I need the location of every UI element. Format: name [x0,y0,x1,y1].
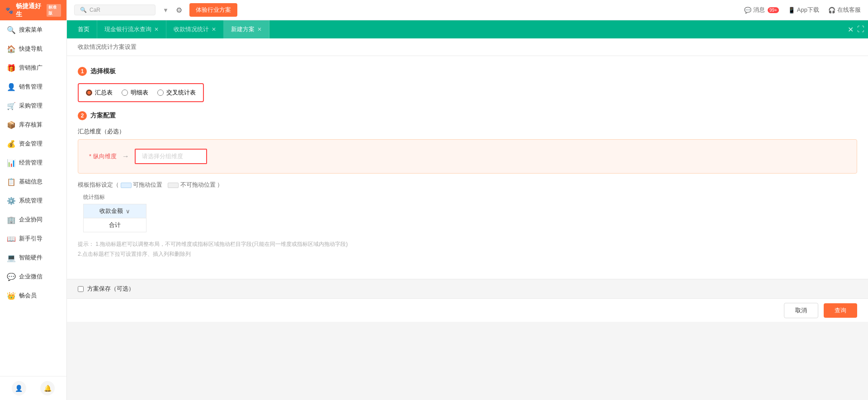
person-icon: 👤 [7,83,15,91]
topbar-gear-icon[interactable]: ⚙ [176,6,182,14]
search-icon: 🔍 [7,26,15,34]
sidebar-item-marketing[interactable]: 🎁 营销推广 [0,58,66,77]
sidebar-item-finance[interactable]: 💰 资金管理 [0,134,66,153]
metrics-table: 收款金额 ∨ 合计 [83,204,146,232]
sidebar-bottom-icon-2[interactable]: 🔔 [40,381,55,395]
tab-bank-close-icon[interactable]: ✕ [154,26,159,33]
sidebar-item-label: 库存核算 [19,121,42,129]
fixed-label: 不可拖动位置 [180,181,216,188]
sidebar-item-enterprise[interactable]: 🏢 企业协同 [0,210,66,229]
sidebar-item-guide[interactable]: 📖 新手引导 [0,229,66,248]
query-button[interactable]: 查询 [824,303,857,318]
radio-cross-input[interactable] [157,89,164,96]
sidebar-item-label: 采购管理 [19,102,42,110]
metrics-dropdown-arrow[interactable]: ∨ [126,208,130,215]
sidebar-item-label: 基础信息 [19,178,42,186]
tabbar-expand-button[interactable]: ⛶ [857,25,864,33]
tab-home-label: 首页 [78,25,90,33]
sidebar-bottom: 👤 🔔 [0,376,66,400]
radio-detail[interactable]: 明细表 [122,89,148,97]
download-button[interactable]: 📱 App下载 [788,6,819,14]
tab-home[interactable]: 首页 [71,20,97,38]
message-badge: 99+ [768,7,779,13]
draggable-indicator [121,183,132,188]
topbar-search[interactable]: 🔍 CaR [74,5,156,15]
box-icon: 📦 [7,121,15,129]
service-button[interactable]: 🎧 在线客服 [828,6,861,14]
sidebar-item-label: 畅会员 [19,292,37,300]
clipboard-icon: 📋 [7,178,15,186]
radio-summary-input[interactable] [86,89,92,96]
tip-2-text: 2.点击标题栏下拉可设置排序、插入列和删除列 [78,249,191,259]
step2-header: 2 方案配置 [78,111,857,120]
dimension-placeholder: 请选择分组维度 [142,153,183,160]
download-icon: 📱 [788,7,795,14]
save-checkbox[interactable] [78,286,84,292]
sidebar-item-quick-nav[interactable]: 🏠 快捷导航 [0,39,66,58]
tab-receipt-label: 收款情况统计 [174,25,209,33]
sidebar-item-operation[interactable]: 📊 经营管理 [0,153,66,172]
tabbar-right: ✕ ⛶ [848,25,864,34]
metrics-title-suffix: ） [217,181,223,188]
tip-line-1: 提示： 1.拖动标题栏可以调整布局，不可跨维度或指标区域拖动栏目字段(只能在同一… [78,240,857,249]
sidebar: 🐾 畅捷通好生 标准版 🔍 搜索菜单 🏠 快捷导航 🎁 营销推广 👤 销售管理 … [0,0,67,400]
radio-detail-input[interactable] [122,89,128,96]
radio-detail-label: 明细表 [131,89,148,97]
sidebar-item-inventory[interactable]: 📦 库存核算 [0,115,66,134]
logo-icon: 🐾 [5,7,13,14]
trial-button[interactable]: 体验行业方案 [189,3,237,17]
sidebar-item-wechat[interactable]: 💬 企业微信 [0,267,66,286]
page-header: 收款情况统计方案设置 [67,38,868,56]
topbar-dropdown-arrow[interactable]: ▼ [163,7,169,14]
sidebar-item-label: 经营管理 [19,159,42,167]
metrics-table-wrapper: 统计指标 收款金额 ∨ 合计 [78,193,857,232]
radio-cross[interactable]: 交叉统计表 [157,89,196,97]
sidebar-bottom-icon-1[interactable]: 👤 [12,381,26,395]
dimension-subtitle: 汇总维度（必选） [78,127,857,136]
sidebar-item-hardware[interactable]: 💻 智能硬件 [0,248,66,267]
sidebar-item-label: 营销推广 [19,64,42,72]
save-option-label[interactable]: 方案保存（可选） [87,285,134,293]
sidebar-item-label: 搜索菜单 [19,26,42,34]
crown-icon: 👑 [7,292,15,300]
metrics-header: 模板指标设定（ 可拖动位置 不可拖动位置 ） [78,181,857,189]
sidebar-item-label: 新手引导 [19,235,42,243]
sidebar-item-label: 智能硬件 [19,254,42,262]
sidebar-item-purchase[interactable]: 🛒 采购管理 [0,96,66,115]
topbar-right: 💬 消息 99+ 📱 App下载 🎧 在线客服 [744,6,861,14]
tab-new-plan-label: 新建方案 [231,25,255,33]
sidebar-item-search[interactable]: 🔍 搜索菜单 [0,20,66,39]
service-label: 在线客服 [837,6,861,14]
dimension-input[interactable]: 请选择分组维度 [135,149,207,164]
tabbar-close-button[interactable]: ✕ [848,25,854,34]
cart-icon: 🛒 [7,102,15,110]
tab-new-plan[interactable]: 新建方案 ✕ [224,20,269,38]
arrow-icon: → [122,152,129,160]
content-area: 收款情况统计方案设置 1 选择模板 汇总表 [67,38,868,400]
sidebar-logo: 🐾 畅捷通好生 标准版 [0,0,66,20]
metrics-column-name: 收款金额 [99,207,123,215]
radio-summary[interactable]: 汇总表 [86,89,113,97]
message-button[interactable]: 💬 消息 99+ [744,6,779,14]
main-area: 🔍 CaR ▼ ⚙ 体验行业方案 💬 消息 99+ 📱 App下载 🎧 在线客服… [67,0,868,400]
cancel-button[interactable]: 取消 [784,303,818,318]
message-label: 消息 [753,6,765,14]
step1-header: 1 选择模板 [78,67,857,76]
vertical-dimension-label: * 纵向维度 [89,152,117,160]
tabbar: 首页 现金银行流水查询 ✕ 收款情况统计 ✕ 新建方案 ✕ ✕ ⛶ [67,20,868,38]
sidebar-item-basic[interactable]: 📋 基础信息 [0,172,66,191]
tab-receipt-stats[interactable]: 收款情况统计 ✕ [166,20,224,38]
chart-icon: 📊 [7,159,15,167]
radio-group: 汇总表 明细表 交叉统计表 [86,89,196,97]
topbar: 🔍 CaR ▼ ⚙ 体验行业方案 💬 消息 99+ 📱 App下载 🎧 在线客服 [67,0,868,20]
chat-icon: 💬 [7,273,15,281]
draggable-label: 可拖动位置 [133,181,162,188]
service-icon: 🎧 [828,7,835,14]
sidebar-item-member[interactable]: 👑 畅会员 [0,286,66,305]
tab-receipt-close-icon[interactable]: ✕ [212,26,216,33]
tab-new-plan-close-icon[interactable]: ✕ [257,26,262,33]
sidebar-item-sales[interactable]: 👤 销售管理 [0,77,66,96]
tab-bank-query[interactable]: 现金银行流水查询 ✕ [97,20,166,38]
sidebar-item-system[interactable]: ⚙️ 系统管理 [0,191,66,210]
metrics-table-header: 收款金额 ∨ [84,204,146,218]
